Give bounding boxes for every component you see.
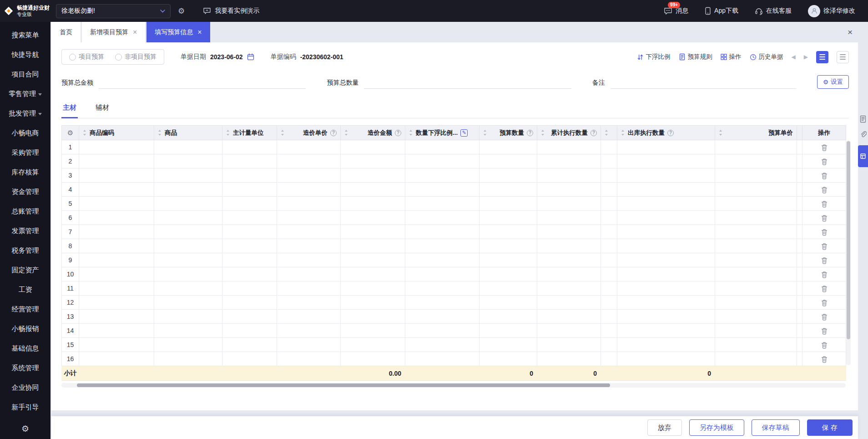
table-cell[interactable] <box>479 253 537 267</box>
total-amount-input[interactable] <box>99 77 306 89</box>
table-cell[interactable] <box>601 338 617 352</box>
table-cell[interactable] <box>222 338 277 352</box>
table-cell[interactable] <box>537 253 601 267</box>
messages-button[interactable]: 99+ 消息 <box>664 7 688 15</box>
table-cell[interactable] <box>715 310 797 324</box>
prev-doc-chevron-icon[interactable]: ◀ <box>792 54 796 60</box>
table-cell[interactable] <box>154 253 222 267</box>
sidebar-item[interactable]: 零售管理 <box>0 84 50 104</box>
material-tab[interactable]: 主材 <box>61 100 78 118</box>
table-cell[interactable] <box>601 296 617 310</box>
delete-row-icon[interactable] <box>821 158 828 165</box>
table-cell[interactable] <box>277 183 341 197</box>
table-cell[interactable] <box>341 338 405 352</box>
table-cell[interactable] <box>154 154 222 168</box>
detail-view-button[interactable] <box>837 51 849 63</box>
table-cell[interactable] <box>405 154 479 168</box>
sidebar-item[interactable]: 批发管理 <box>0 104 50 123</box>
table-cell[interactable] <box>222 225 277 239</box>
table-cell[interactable] <box>715 154 797 168</box>
table-cell[interactable] <box>79 267 154 281</box>
table-cell[interactable] <box>617 324 715 338</box>
column-info-icon[interactable]: ? <box>527 130 533 136</box>
table-cell[interactable] <box>154 324 222 338</box>
sidebar-item[interactable]: 小畅电商 <box>0 123 50 143</box>
batch-edit-icon[interactable]: ✎ <box>460 129 468 137</box>
table-cell[interactable] <box>222 183 277 197</box>
table-cell[interactable] <box>797 183 802 197</box>
table-cell[interactable] <box>79 239 154 253</box>
table-cell[interactable] <box>617 225 715 239</box>
table-cell[interactable] <box>79 140 154 154</box>
table-cell[interactable] <box>617 211 715 225</box>
attachment-panel-icon[interactable] <box>859 130 867 138</box>
table-cell[interactable] <box>797 239 802 253</box>
table-cell[interactable] <box>617 267 715 281</box>
table-cell[interactable] <box>617 338 715 352</box>
topbar-settings-gear-icon[interactable]: ⚙ <box>178 7 185 15</box>
table-cell[interactable] <box>79 197 154 211</box>
table-cell[interactable] <box>479 168 537 183</box>
table-cell[interactable] <box>537 324 601 338</box>
table-cell[interactable] <box>715 253 797 267</box>
delete-row-icon[interactable] <box>821 144 828 151</box>
delete-row-icon[interactable] <box>821 214 828 222</box>
table-cell[interactable] <box>277 338 341 352</box>
sort-icon[interactable] <box>409 130 413 136</box>
delete-row-icon[interactable] <box>821 243 828 250</box>
table-cell[interactable] <box>341 183 405 197</box>
table-cell[interactable] <box>537 281 601 296</box>
table-cell[interactable] <box>222 296 277 310</box>
table-cell[interactable] <box>405 253 479 267</box>
delete-row-icon[interactable] <box>821 299 828 306</box>
sidebar-item[interactable]: 搜索菜单 <box>0 26 50 45</box>
document-tab[interactable]: 首页 <box>51 22 81 42</box>
table-cell[interactable] <box>479 324 537 338</box>
table-cell[interactable] <box>797 310 802 324</box>
calendar-icon[interactable] <box>247 53 254 61</box>
table-cell[interactable] <box>715 183 797 197</box>
table-cell[interactable] <box>341 310 405 324</box>
delete-row-icon[interactable] <box>821 342 828 349</box>
table-cell[interactable] <box>479 281 537 296</box>
table-cell[interactable] <box>537 352 601 366</box>
table-cell[interactable] <box>617 352 715 366</box>
table-cell[interactable] <box>601 253 617 267</box>
sort-icon[interactable] <box>83 130 87 136</box>
float-ratio-button[interactable]: 下浮比例 <box>637 53 671 61</box>
table-cell[interactable] <box>341 211 405 225</box>
table-cell[interactable] <box>797 324 802 338</box>
sidebar-item[interactable]: 小畅报销 <box>0 319 50 339</box>
remark-input[interactable] <box>611 77 796 89</box>
table-cell[interactable] <box>797 253 802 267</box>
table-cell[interactable] <box>222 168 277 183</box>
sort-icon[interactable] <box>621 130 625 136</box>
table-cell[interactable] <box>601 168 617 183</box>
table-cell[interactable] <box>222 352 277 366</box>
table-cell[interactable] <box>277 140 341 154</box>
table-cell[interactable] <box>601 267 617 281</box>
table-cell[interactable] <box>479 296 537 310</box>
table-cell[interactable] <box>617 154 715 168</box>
table-cell[interactable] <box>277 352 341 366</box>
table-cell[interactable] <box>341 352 405 366</box>
sidebar-item[interactable]: 发票管理 <box>0 221 50 241</box>
operations-button[interactable]: 操作 <box>721 53 742 61</box>
vertical-scrollbar[interactable] <box>846 140 851 365</box>
table-cell[interactable] <box>715 140 797 154</box>
save-draft-button[interactable]: 保存草稿 <box>752 419 800 436</box>
table-cell[interactable] <box>715 281 797 296</box>
table-cell[interactable] <box>405 140 479 154</box>
delete-row-icon[interactable] <box>821 285 828 292</box>
sidebar-settings-gear-icon[interactable]: ⚙ <box>0 418 50 439</box>
related-panel-tab[interactable] <box>858 145 868 167</box>
sidebar-item[interactable]: 经营管理 <box>0 300 50 319</box>
table-cell[interactable] <box>601 310 617 324</box>
horizontal-scrollbar-thumb[interactable] <box>77 383 610 387</box>
table-cell[interactable] <box>405 281 479 296</box>
budget-rules-button[interactable]: 预算规则 <box>679 53 712 61</box>
demo-link[interactable]: 我要看实例演示 <box>203 7 259 15</box>
table-cell[interactable] <box>154 197 222 211</box>
sort-icon[interactable] <box>226 130 230 136</box>
sort-icon[interactable] <box>719 130 723 136</box>
